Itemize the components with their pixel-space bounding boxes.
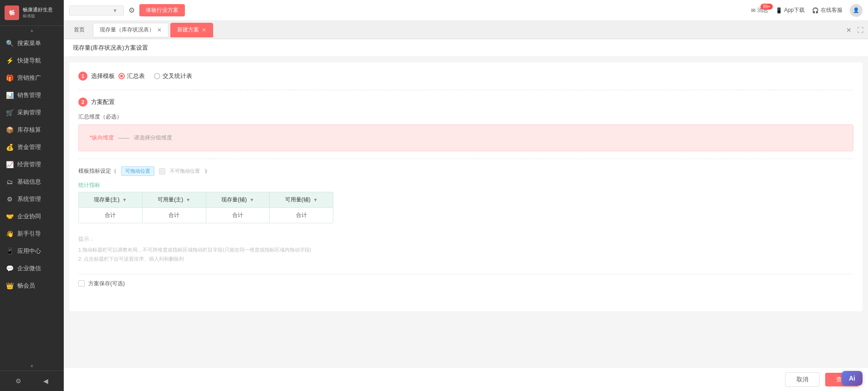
operations-icon: 📈 [5, 160, 14, 169]
dimension-box[interactable]: *纵向维度 —— 请选择分组维度 [78, 124, 853, 151]
sidebar-item-guide[interactable]: 👋 新手引导 [0, 225, 64, 242]
collapse-icon[interactable]: ◀ [41, 376, 50, 386]
online-service-btn[interactable]: 🎧 在线客服 [812, 6, 842, 14]
tab-home[interactable]: 首页 [67, 23, 91, 37]
col3-chevron: ▼ [250, 197, 254, 202]
search-menu-icon: 🔍 [5, 39, 14, 47]
dimension-label: 汇总维度（必选） [78, 113, 853, 121]
sidebar-item-operations[interactable]: 📈 经营管理 [0, 156, 64, 173]
content-area: 现存量(库存状况表)方案设置 1 选择模板 汇总表 交叉统计表 [64, 39, 868, 367]
tab-close-icon[interactable]: ✕ [845, 26, 853, 35]
form-container: 1 选择模板 汇总表 交叉统计表 [69, 62, 863, 311]
settings-icon[interactable]: ⚙ [14, 376, 23, 386]
stats-header-col1[interactable]: 现存量(主) ▼ [79, 192, 143, 207]
stats-table-body: 合计 合计 合计 合计 [79, 207, 333, 223]
page-title: 现存量(库存状况表)方案设置 [64, 39, 868, 57]
step1-title: 选择模板 [91, 72, 115, 80]
topbar-gear-icon[interactable]: ⚙ [128, 6, 135, 15]
template-radio-group: 汇总表 交叉统计表 [118, 72, 192, 80]
sidebar-item-app-center[interactable]: 📱 应用中心 [0, 242, 64, 260]
sidebar-logo: 畅 畅康通好生意 标准版 [0, 0, 64, 26]
topbar-search-input[interactable] [73, 7, 110, 14]
stats-section-title: 统计指标 [78, 181, 853, 189]
radio-summary-circle [118, 73, 125, 79]
tabbar: 首页 现存量（库存状况表） ✕ 新建方案 ✕ ✕ ⛶ [64, 21, 868, 39]
tab-new-plan[interactable]: 新建方案 ✕ [170, 23, 213, 37]
ai-button[interactable]: Ai [842, 371, 863, 386]
step1-section: 1 选择模板 汇总表 交叉统计表 [78, 72, 853, 81]
sidebar-item-label: 企业协同 [17, 212, 41, 221]
tips-section: 提示： 1.拖动标题栏可以调整布局，不可跨维度或指标区域拖动栏目字段(只能在同一… [78, 231, 853, 268]
sidebar-item-sales[interactable]: 📊 销售管理 [0, 87, 64, 104]
dimension-section: 汇总维度（必选） *纵向维度 —— 请选择分组维度 [78, 113, 853, 151]
indicator-settings-label: 模板指标设定（可拖动位置不可拖动位置） [78, 166, 853, 176]
sidebar-item-label: 销售管理 [17, 91, 41, 99]
guide-icon: 👋 [5, 230, 14, 238]
stats-table: 现存量(主) ▼ 可用量(主) ▼ 现存量(辅) ▼ [78, 192, 333, 223]
tab-expand-icon[interactable]: ⛶ [856, 26, 864, 35]
scroll-up-arrow[interactable]: ▲ [0, 26, 64, 35]
app-center-icon: 📱 [5, 247, 14, 255]
footer: 取消 查询 [64, 367, 868, 391]
sidebar-nav: 🔍 搜索菜单 ⚡ 快捷导航 🎁 营销推广 📊 销售管理 🛒 采购管理 📦 库存核… [0, 35, 64, 362]
radio-summary-table[interactable]: 汇总表 [118, 72, 145, 80]
stats-header-col3[interactable]: 现存量(辅) ▼ [206, 192, 270, 207]
sidebar-item-system[interactable]: ⚙ 系统管理 [0, 190, 64, 208]
sidebar-item-label: 系统管理 [17, 195, 41, 203]
col2-chevron: ▼ [186, 197, 190, 202]
messages-btn[interactable]: ✉ 消息 99+ [751, 6, 768, 14]
sidebar-item-quick-nav[interactable]: ⚡ 快捷导航 [0, 52, 64, 69]
tab-inventory-close[interactable]: ✕ [157, 27, 162, 33]
search-chevron-icon: ▼ [112, 8, 117, 13]
enterprise-icon: 🤝 [5, 212, 14, 221]
step2-header: 2 方案配置 [78, 98, 853, 107]
tab-inventory[interactable]: 现存量（库存状况表） ✕ [93, 23, 168, 37]
wechat-icon: 💬 [5, 264, 14, 273]
col4-chevron: ▼ [313, 197, 318, 202]
stats-body-col3: 合计 [206, 208, 270, 223]
sidebar-item-label: 资金管理 [17, 143, 41, 151]
save-checkbox[interactable] [78, 280, 85, 287]
marketing-icon: 🎁 [5, 74, 14, 82]
app-download-icon: 📱 [776, 7, 782, 14]
cancel-button[interactable]: 取消 [785, 372, 820, 387]
service-icon: 🎧 [812, 7, 819, 14]
sidebar-item-label: 基础信息 [17, 178, 41, 186]
sidebar-item-finance[interactable]: 💰 资金管理 [0, 139, 64, 156]
step2-section: 2 方案配置 汇总维度（必选） *纵向维度 —— 请选择分组维度 模板指标设定（… [78, 98, 853, 293]
stats-body-col4: 合计 [270, 208, 333, 223]
app-download-btn[interactable]: 📱 App下载 [776, 6, 805, 14]
sidebar-item-basic-info[interactable]: 🗂 基础信息 [0, 173, 64, 190]
radio-cross-circle [154, 73, 160, 79]
sidebar-item-label: 采购管理 [17, 108, 41, 117]
sidebar-item-purchase[interactable]: 🛒 采购管理 [0, 104, 64, 121]
sidebar-item-member[interactable]: 👑 畅会员 [0, 277, 64, 294]
tabbar-right: ✕ ⛶ [845, 26, 864, 35]
sidebar-item-label: 经营管理 [17, 160, 41, 169]
sidebar-item-label: 畅会员 [17, 282, 35, 290]
sidebar-bottom: ⚙ ◀ [0, 370, 64, 391]
radio-cross-table[interactable]: 交叉统计表 [154, 72, 192, 80]
stats-header-col2[interactable]: 可用量(主) ▼ [143, 192, 206, 207]
sidebar-item-inventory[interactable]: 📦 库存核算 [0, 121, 64, 139]
message-icon: ✉ [751, 7, 756, 14]
topbar-right: ✉ 消息 99+ 📱 App下载 🎧 在线客服 👤 [751, 4, 863, 17]
quick-nav-icon: ⚡ [5, 57, 14, 65]
step1-header: 1 选择模板 汇总表 交叉统计表 [78, 72, 853, 81]
sidebar-item-enterprise[interactable]: 🤝 企业协同 [0, 208, 64, 225]
member-icon: 👑 [5, 282, 14, 290]
basic-info-icon: 🗂 [5, 178, 14, 186]
stats-body-col2: 合计 [143, 208, 206, 223]
sidebar-item-label: 搜索菜单 [17, 39, 41, 47]
stats-header-col4[interactable]: 可用量(辅) ▼ [270, 192, 333, 207]
inventory-icon: 📦 [5, 126, 14, 134]
sidebar-item-search[interactable]: 🔍 搜索菜单 [0, 35, 64, 52]
scroll-down-arrow[interactable]: ▼ [0, 362, 64, 370]
sidebar-item-marketing[interactable]: 🎁 营销推广 [0, 69, 64, 87]
sidebar-item-wechat[interactable]: 💬 企业微信 [0, 260, 64, 277]
user-avatar[interactable]: 👤 [850, 4, 863, 17]
industry-btn[interactable]: 体验行业方案 [139, 4, 185, 16]
save-option-label: 方案保存(可选) [88, 280, 125, 288]
tab-new-plan-close[interactable]: ✕ [202, 27, 206, 33]
topbar-search-box[interactable]: ▼ [69, 5, 124, 15]
